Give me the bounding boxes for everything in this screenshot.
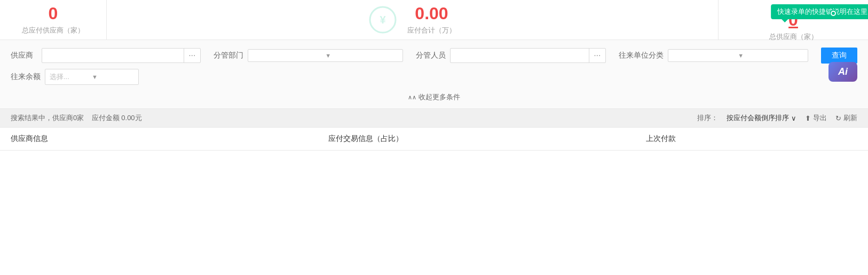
payable-icon: ¥ bbox=[369, 6, 397, 34]
export-button[interactable]: ⬆ 导出 bbox=[805, 113, 827, 123]
tooltip-indicator-dot bbox=[831, 11, 836, 16]
unit-category-filter: 往来单位分类 ▼ bbox=[619, 49, 809, 62]
collapse-up-icon: ∧∧ bbox=[408, 94, 416, 101]
unit-category-select[interactable]: ▼ bbox=[668, 49, 809, 62]
sort-value: 按应付会额倒序排序 bbox=[727, 113, 789, 123]
total-suppliers-stat: 快速录单的快捷键说明在这里 × 0 总供应商（家） bbox=[719, 0, 868, 40]
person-label: 分管人员 bbox=[416, 51, 446, 60]
tooltip-text: 快速录单的快捷键说明在这里 bbox=[777, 7, 867, 17]
result-summary: 搜索结果中，供应商0家 应付金额 0.00元 bbox=[11, 113, 142, 123]
table-header: 供应商信息 应付交易信息（占比） 上次付款 bbox=[0, 128, 868, 151]
total-payable-suppliers-label: 总应付供应商（家） bbox=[22, 26, 84, 35]
person-input-wrapper: ··· bbox=[450, 48, 606, 63]
total-payable-suppliers-stat: 0 总应付供应商（家） bbox=[0, 0, 107, 40]
balance-label: 往来余额 bbox=[11, 72, 41, 82]
balance-filter: 往来余额 选择... ▼ bbox=[11, 69, 139, 85]
balance-select-placeholder: 选择... bbox=[50, 72, 92, 82]
payable-total-label: 应付合计（万） bbox=[407, 26, 456, 35]
payable-total-stat: ¥ 0.00 应付合计（万） bbox=[107, 0, 719, 40]
export-label: 导出 bbox=[813, 113, 827, 123]
result-bar: 搜索结果中，供应商0家 应付金额 0.00元 排序： 按应付会额倒序排序 ∨ ⬆… bbox=[0, 109, 868, 128]
svg-text:¥: ¥ bbox=[380, 14, 386, 26]
filter-row-2: 往来余额 选择... ▼ bbox=[11, 69, 857, 85]
supplier-input-wrapper: ··· bbox=[42, 48, 201, 63]
collapse-label: 收起更多条件 bbox=[419, 92, 460, 102]
department-label: 分管部门 bbox=[214, 51, 243, 60]
refresh-button[interactable]: ↻ 刷新 bbox=[835, 113, 857, 123]
shortcut-tooltip: 快速录单的快捷键说明在这里 × bbox=[771, 4, 868, 19]
col-payable-info-header: 应付交易信息（占比） bbox=[328, 134, 646, 144]
collapse-button[interactable]: ∧∧ 收起更多条件 bbox=[399, 90, 469, 104]
department-arrow-icon: ▼ bbox=[325, 52, 398, 59]
person-dots-btn[interactable]: ··· bbox=[589, 49, 605, 62]
table-body bbox=[0, 151, 868, 275]
result-bar-right: 排序： 按应付会额倒序排序 ∨ ⬆ 导出 ↻ 刷新 bbox=[697, 113, 857, 123]
col-last-payment-header: 上次付款 bbox=[646, 134, 858, 144]
filters-area: 供应商 ··· 分管部门 ▼ 分管人员 ··· 往来单位分 bbox=[0, 40, 868, 109]
sort-label: 排序： bbox=[697, 113, 718, 123]
person-input[interactable] bbox=[451, 49, 589, 62]
total-payable-suppliers-number: 0 bbox=[49, 4, 58, 23]
sort-select[interactable]: 按应付会额倒序排序 ∨ bbox=[727, 113, 796, 123]
col-supplier-info-header: 供应商信息 bbox=[11, 134, 328, 144]
supplier-label: 供应商 bbox=[11, 51, 37, 60]
balance-arrow-icon: ▼ bbox=[92, 74, 134, 80]
ai-badge-button[interactable]: Ai bbox=[828, 62, 857, 82]
filter-row-1: 供应商 ··· 分管部门 ▼ 分管人员 ··· 往来单位分 bbox=[11, 48, 857, 64]
result-summary-text: 搜索结果中，供应商0家 bbox=[11, 114, 84, 122]
total-suppliers-label: 总供应商（家） bbox=[769, 32, 818, 42]
payable-total-number: 0.00 bbox=[415, 4, 448, 23]
result-amount-text: 应付金额 0.00元 bbox=[92, 114, 142, 122]
balance-select[interactable]: 选择... ▼ bbox=[45, 69, 139, 85]
person-filter: 分管人员 ··· bbox=[416, 48, 606, 63]
refresh-label: 刷新 bbox=[843, 113, 857, 123]
sort-arrow-icon: ∨ bbox=[791, 114, 796, 122]
department-select[interactable]: ▼ bbox=[248, 49, 404, 62]
unit-category-label: 往来单位分类 bbox=[619, 51, 664, 60]
supplier-input[interactable] bbox=[42, 49, 184, 62]
unit-category-arrow-icon: ▼ bbox=[738, 52, 803, 59]
export-icon: ⬆ bbox=[805, 114, 811, 122]
department-filter: 分管部门 ▼ bbox=[214, 49, 404, 62]
supplier-dots-btn[interactable]: ··· bbox=[184, 49, 200, 62]
query-button[interactable]: 查询 bbox=[821, 48, 857, 64]
supplier-filter: 供应商 ··· bbox=[11, 48, 201, 63]
refresh-icon: ↻ bbox=[835, 114, 841, 122]
